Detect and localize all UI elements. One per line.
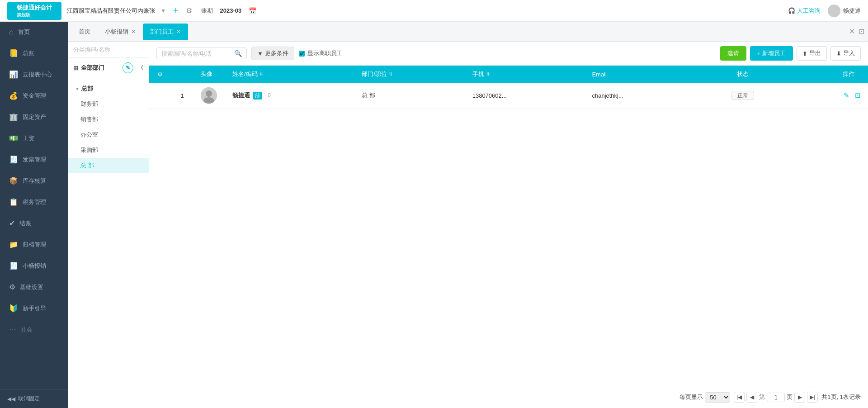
dept-search-box: 🔍	[68, 42, 149, 58]
topbar: 畅捷通好会计 旗舰版 江西服宝精品有限责任公司内账张 ▼ + ⚙ 账期 2023…	[0, 0, 868, 22]
triangle-icon: ▼	[75, 86, 80, 91]
row-avatar-cell	[193, 83, 225, 109]
sidebar-label-tax: 税务管理	[23, 198, 46, 206]
toolbar-right: 邀请 + 新增员工 ⬆ 导出 ⬇ 导入	[720, 46, 861, 61]
sidebar-item-ledger[interactable]: 📒 总账	[0, 43, 68, 64]
next-page-button[interactable]: ▶	[794, 392, 805, 403]
tab-dept-close[interactable]: ✕	[176, 28, 181, 35]
sidebar-label-funds: 资金管理	[23, 92, 46, 100]
prev-page-button[interactable]: ◀	[746, 392, 757, 403]
row-gear-cell	[149, 83, 171, 109]
company-dropdown-icon[interactable]: ▼	[160, 8, 166, 14]
export-button[interactable]: ⬆ 导出	[797, 46, 827, 61]
last-page-button[interactable]: ▶|	[807, 392, 818, 403]
sidebar-item-archive[interactable]: 📁 归档管理	[0, 234, 68, 255]
th-gear[interactable]: ⚙	[149, 66, 171, 83]
sidebar-item-home[interactable]: ⌂ 首页	[0, 22, 68, 43]
sidebar-item-inventory[interactable]: 📦 库存核算	[0, 170, 68, 191]
sidebar-item-checkout[interactable]: ✔ 结账	[0, 213, 68, 234]
th-dept[interactable]: 部门/职位 ⇅	[354, 66, 465, 83]
tab-xiaochang-label: 小畅报销	[105, 28, 128, 36]
settings-icon[interactable]: ⚙	[186, 6, 192, 15]
sidebar-item-payroll[interactable]: 💵 工资	[0, 128, 68, 149]
th-phone[interactable]: 手机 ⇅	[465, 66, 585, 83]
topbar-right: 🎧 人工咨询 畅捷通	[788, 5, 861, 17]
dept-item-office[interactable]: 办公室	[68, 127, 149, 142]
dept-item-finance[interactable]: 财务部	[68, 96, 149, 112]
page-content: 🔍 ⊞ 全部部门 ✎ 《 ▼ 总部 财务部 销售部 办公室 采购部	[68, 42, 868, 408]
sidebar-item-xiaochang[interactable]: 🧾 小畅报销	[0, 255, 68, 276]
tab-dept-label: 部门员工	[150, 28, 174, 36]
sidebar-item-tax[interactable]: 📋 税务管理	[0, 191, 68, 213]
dept-item-purchase[interactable]: 采购部	[68, 142, 149, 158]
show-resigned-checkbox[interactable]	[299, 51, 305, 57]
dept-edit-button[interactable]: ✎	[123, 62, 133, 73]
tab-xiaochang[interactable]: 小畅报销 ✕	[98, 24, 143, 40]
funds-icon: 💰	[9, 91, 18, 100]
sidebar-item-settings[interactable]: ⚙ 基础设置	[0, 276, 68, 298]
right-panel: 🔍 ▼ 更多条件 显示离职员工 邀请 + 新增员工 ⬆	[149, 42, 868, 408]
current-page-input[interactable]	[767, 393, 785, 402]
tab-xiaochang-close[interactable]: ✕	[131, 28, 136, 35]
show-resigned-checkbox-label[interactable]: 显示离职员工	[299, 49, 343, 57]
sidebar-label-assets: 固定资产	[23, 113, 46, 121]
edit-employee-button[interactable]: ✎	[844, 91, 849, 100]
svg-point-1	[206, 90, 212, 97]
employee-search-input[interactable]	[161, 50, 231, 57]
th-name[interactable]: 姓名/编码 ⇅	[225, 66, 354, 83]
export-icon: ⬆	[802, 50, 807, 57]
period-value: 2023-03	[220, 7, 242, 14]
content-area: 首页 小畅报销 ✕ 部门员工 ✕ ✕ ⊡ 🔍	[68, 22, 868, 408]
add-account-icon[interactable]: +	[173, 5, 179, 16]
sidebar-label-more: 社会	[21, 326, 33, 334]
sidebar-item-funds[interactable]: 💰 资金管理	[0, 85, 68, 106]
sidebar-item-invoice[interactable]: 🧾 发票管理	[0, 149, 68, 170]
page-navigation: |◀ ◀ 第 页 ▶ ▶|	[734, 392, 818, 403]
sidebar-label-home: 首页	[18, 28, 30, 36]
row-phone-cell: 138070602...	[465, 83, 585, 109]
add-employee-button[interactable]: + 新增员工	[750, 46, 793, 61]
tab-dept-employee[interactable]: 部门员工 ✕	[143, 24, 188, 40]
dept-item-sales[interactable]: 销售部	[68, 112, 149, 127]
dept-panel: 🔍 ⊞ 全部部门 ✎ 《 ▼ 总部 财务部 销售部 办公室 采购部	[68, 42, 149, 408]
headset-icon: 🎧	[788, 7, 795, 14]
row-dept-cell: 总 部	[354, 83, 465, 109]
dept-search-input[interactable]	[73, 46, 149, 53]
more-icon: ⋯	[9, 325, 16, 334]
column-settings-icon[interactable]: ⚙	[157, 71, 163, 78]
reports-icon: 📊	[9, 70, 18, 79]
dept-all-button[interactable]: ⊞ 全部部门 ✎ 《	[68, 58, 149, 78]
support-button[interactable]: 🎧 人工咨询	[788, 7, 821, 15]
th-actions: 操作	[788, 66, 868, 83]
pagination: 每页显示 50 10 20 100 |◀ ◀ 第 页	[149, 386, 868, 408]
dept-item-general[interactable]: 总 部	[68, 158, 149, 173]
dept-group-root[interactable]: ▼ 总部	[68, 81, 149, 96]
import-button[interactable]: ⬇ 导入	[830, 46, 861, 61]
sidebar-item-assets[interactable]: 🏢 固定资产	[0, 106, 68, 128]
main-layout: ⌂ 首页 📒 总账 📊 云报表中心 💰 资金管理 🏢 固定资产 💵 工资 🧾 发…	[0, 22, 868, 408]
sidebar-item-more[interactable]: ⋯ 社会	[0, 319, 68, 340]
employee-search-icon[interactable]: 🔍	[234, 50, 242, 57]
tab-home[interactable]: 首页	[71, 24, 98, 40]
user-menu[interactable]: 畅捷通	[828, 5, 861, 17]
app-logo: 畅捷通好会计 旗舰版	[7, 2, 61, 20]
sidebar-item-reports[interactable]: 📊 云报表中心	[0, 64, 68, 85]
more-filter-button[interactable]: ▼ 更多条件	[251, 47, 294, 60]
per-page-select[interactable]: 50 10 20 100	[705, 392, 730, 403]
sidebar-label-reports: 云报表中心	[23, 71, 52, 79]
cancel-fixed-button[interactable]: ◀◀ 取消固定	[0, 389, 68, 408]
employee-search-box[interactable]: 🔍	[156, 47, 247, 59]
per-page-label: 每页显示	[679, 393, 703, 401]
tab-close-window-icon[interactable]: ✕	[849, 27, 855, 36]
sidebar-item-newguide[interactable]: 🔰 新手引导	[0, 298, 68, 319]
company-name: 江西服宝精品有限责任公司内账张	[67, 7, 155, 15]
sidebar-label-xiaochang: 小畅报销	[23, 262, 46, 270]
tab-expand-icon[interactable]: ⊡	[859, 27, 864, 36]
app-logo-line1: 畅捷通好会计	[17, 4, 52, 12]
first-page-button[interactable]: |◀	[734, 392, 745, 403]
employee-code: 0	[268, 92, 271, 99]
invite-button[interactable]: 邀请	[720, 46, 746, 61]
calendar-icon[interactable]: 📅	[249, 7, 256, 14]
delete-employee-button[interactable]: ⊡	[855, 91, 861, 100]
dept-collapse-icon[interactable]: 《	[138, 64, 143, 72]
